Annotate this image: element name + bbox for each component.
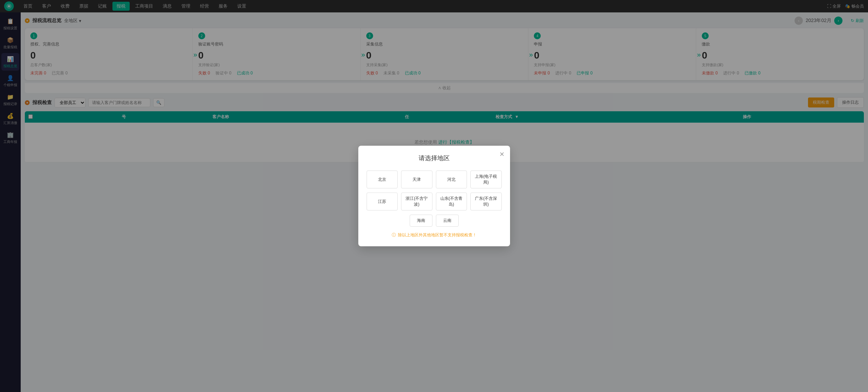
region-btn-shandong[interactable]: 山东(不含青岛) bbox=[436, 193, 467, 210]
region-btn-guangdong[interactable]: 广东(不含深圳) bbox=[470, 193, 502, 210]
warning-text: 除以上地区外其他地区暂不支持报税检查！ bbox=[398, 232, 477, 238]
region-btn-hebei[interactable]: 河北 bbox=[436, 171, 467, 188]
warning-icon: ⓘ bbox=[392, 232, 396, 238]
region-grid-row1: 北京 天津 河北 上海(电子税局) bbox=[367, 171, 502, 188]
region-btn-hainan[interactable]: 海南 bbox=[410, 215, 432, 227]
region-btn-shanghai[interactable]: 上海(电子税局) bbox=[470, 171, 502, 188]
region-btn-yunnan[interactable]: 云南 bbox=[436, 215, 459, 227]
region-btn-zhejiang[interactable]: 浙江(不含宁波) bbox=[401, 193, 432, 210]
region-btn-beijing[interactable]: 北京 bbox=[367, 171, 398, 188]
region-btn-tianjin[interactable]: 天津 bbox=[401, 171, 432, 188]
region-btn-jiangsu[interactable]: 江苏 bbox=[367, 193, 398, 210]
modal-warning: ⓘ 除以上地区外其他地区暂不支持报税检查！ bbox=[367, 232, 502, 238]
region-select-modal: ✕ 请选择地区 北京 天津 河北 上海(电子税局) 江苏 浙江(不含宁波) 山东… bbox=[358, 146, 510, 246]
modal-overlay[interactable]: ✕ 请选择地区 北京 天津 河北 上海(电子税局) 江苏 浙江(不含宁波) 山东… bbox=[0, 0, 868, 392]
region-grid-row3: 海南 云南 bbox=[367, 215, 502, 227]
modal-title: 请选择地区 bbox=[367, 154, 502, 162]
region-grid-row2: 江苏 浙江(不含宁波) 山东(不含青岛) 广东(不含深圳) bbox=[367, 193, 502, 210]
modal-close-button[interactable]: ✕ bbox=[499, 151, 505, 158]
